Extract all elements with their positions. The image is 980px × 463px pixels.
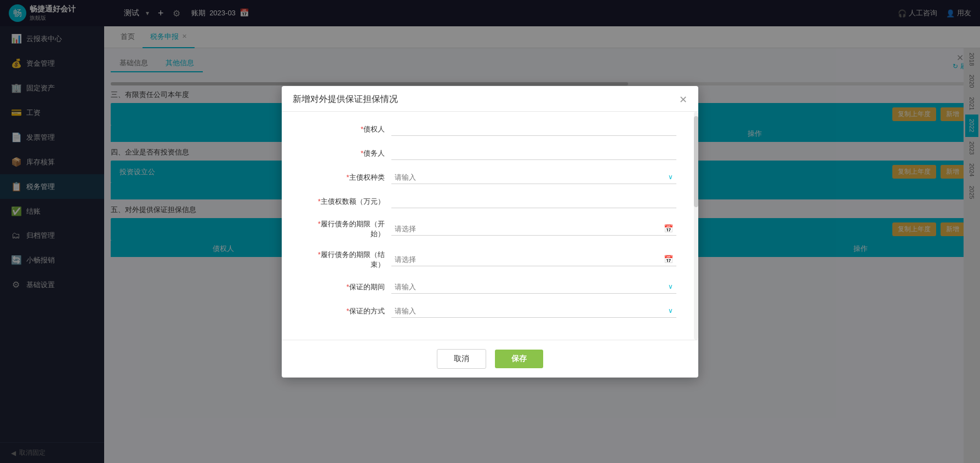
date-period-start[interactable]: 📅 bbox=[391, 222, 676, 236]
select-guarantee-method[interactable]: ∨ bbox=[391, 305, 676, 318]
modal-dialog: 新增对外提供保证担保情况 ✕ *债权人 *债务人 bbox=[282, 86, 698, 378]
calendar-start-icon[interactable]: 📅 bbox=[660, 224, 676, 233]
chevron-down-icon3[interactable]: ∨ bbox=[665, 307, 676, 315]
form-row-creditor: *债权人 bbox=[304, 123, 676, 136]
input-period-start[interactable] bbox=[391, 222, 660, 235]
label-claim-type: *主债权种类 bbox=[304, 173, 391, 182]
input-claim-amount[interactable] bbox=[391, 195, 676, 208]
input-guarantee-period[interactable] bbox=[391, 281, 665, 293]
label-guarantee-period: *保证的期间 bbox=[304, 282, 391, 292]
input-debtor[interactable] bbox=[391, 147, 676, 160]
modal-title: 新增对外提供保证担保情况 bbox=[293, 94, 398, 105]
select-guarantee-period[interactable]: ∨ bbox=[391, 281, 676, 294]
calendar-end-icon[interactable]: 📅 bbox=[660, 255, 676, 264]
label-period-end: *履行债务的期限（结束） bbox=[304, 250, 391, 270]
input-claim-type[interactable] bbox=[391, 171, 665, 184]
date-period-end[interactable]: 📅 bbox=[391, 253, 676, 266]
input-guarantee-method[interactable] bbox=[391, 305, 665, 317]
input-period-end[interactable] bbox=[391, 253, 660, 266]
label-period-start: *履行债务的期限（开始） bbox=[304, 219, 391, 239]
form-row-guarantee-method: *保证的方式 ∨ bbox=[304, 305, 676, 318]
modal-footer: 取消 保存 bbox=[282, 340, 698, 378]
label-claim-amount: *主债权数额（万元） bbox=[304, 197, 391, 207]
form-row-guarantee-period: *保证的期间 ∨ bbox=[304, 281, 676, 294]
modal-overlay: 新增对外提供保证担保情况 ✕ *债权人 *债务人 bbox=[0, 0, 980, 463]
form-row-period-start: *履行债务的期限（开始） 📅 bbox=[304, 219, 676, 239]
label-creditor: *债权人 bbox=[304, 124, 391, 134]
modal-close-button[interactable]: ✕ bbox=[679, 94, 687, 106]
modal-header: 新增对外提供保证担保情况 ✕ bbox=[282, 86, 698, 112]
form-row-claim-amount: *主债权数额（万元） bbox=[304, 195, 676, 208]
form-row-debtor: *债务人 bbox=[304, 147, 676, 160]
label-guarantee-method: *保证的方式 bbox=[304, 306, 391, 316]
chevron-down-icon2[interactable]: ∨ bbox=[665, 283, 676, 290]
label-debtor: *债务人 bbox=[304, 148, 391, 158]
save-button[interactable]: 保存 bbox=[495, 350, 543, 368]
chevron-down-icon[interactable]: ∨ bbox=[665, 173, 676, 181]
modal-body: *债权人 *债务人 *主债权种类 ∨ bbox=[282, 112, 698, 340]
cancel-button[interactable]: 取消 bbox=[437, 349, 486, 369]
form-row-claim-type: *主债权种类 ∨ bbox=[304, 171, 676, 184]
select-claim-type[interactable]: ∨ bbox=[391, 171, 676, 184]
input-creditor[interactable] bbox=[391, 123, 676, 136]
form-row-period-end: *履行债务的期限（结束） 📅 bbox=[304, 250, 676, 270]
